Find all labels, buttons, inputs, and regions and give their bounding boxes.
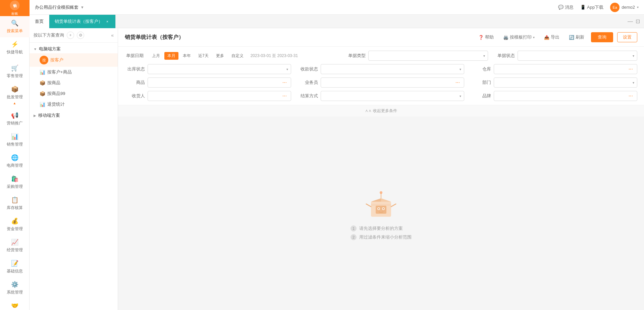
maximize-btn[interactable]: ⊡ [636, 18, 640, 24]
export-btn[interactable]: 📤 导出 [541, 33, 562, 42]
refresh-btn[interactable]: 🔄 刷新 [566, 33, 587, 42]
sidebar-item-purchase[interactable]: 🛍️ 采购管理 [0, 172, 30, 193]
help-label: 帮助 [485, 34, 494, 40]
message-btn[interactable]: 💬 消息 [558, 4, 574, 10]
settings-scheme-btn[interactable]: ⚙ [77, 32, 84, 39]
brand-select[interactable]: ··· [494, 91, 637, 101]
warehouse-dots[interactable]: ··· [627, 66, 634, 72]
scheme-by-customer[interactable]: 按 按客户 [30, 53, 118, 67]
tab-close-btn[interactable]: × [105, 19, 110, 24]
warehouse-select[interactable]: ··· [494, 64, 637, 74]
receiver-dots[interactable]: ··· [281, 93, 288, 99]
tab-active[interactable]: 销货单统计表（按客户） × [49, 15, 116, 28]
date-btn-last-month[interactable]: 上月 [149, 52, 163, 60]
svg-point-9 [378, 208, 379, 209]
template-print-btn[interactable]: 🖨️ 按模板打印 ▾ [500, 33, 537, 42]
app-title: 办公用品行业模拟账套 [35, 4, 78, 10]
scheme-return-stats[interactable]: 📊 退货统计 [30, 99, 118, 110]
salesperson-dots[interactable]: ··· [454, 80, 461, 86]
tab-home[interactable]: 首页 [30, 15, 49, 28]
home-tab-label: 首页 [35, 18, 44, 24]
help-btn[interactable]: ❓ 帮助 [476, 33, 496, 42]
payment-status-select[interactable]: ▾ [321, 64, 464, 74]
sidebar-item-enterprise[interactable]: 🤝 企业协同 [0, 299, 30, 310]
desktop-group[interactable]: ▼ 电脑端方案 [30, 45, 118, 53]
date-range-display: 2023-03-01 至 2023-03-31 [251, 53, 298, 59]
product99-icon: 📦 [40, 91, 45, 96]
payment-method-label: 结算方式 [298, 93, 318, 99]
order-type-select[interactable]: ▾ [368, 51, 488, 61]
svg-marker-4 [381, 198, 391, 202]
sidebar-item-search-label: 搜索菜单 [7, 28, 23, 34]
system-icon: ⚙️ [11, 281, 18, 288]
order-status-arrow: ▾ [633, 54, 634, 58]
collapse-bar[interactable]: ∧∧ 收起更多条件 [118, 105, 644, 116]
sidebar-item-sales[interactable]: 📊 销售管理 [0, 130, 30, 151]
sidebar-item-finance[interactable]: 💰 资金管理 [0, 214, 30, 235]
content-area: 按以下方案查询 + ⚙ « ▼ 电脑端方案 按 按客户 [30, 28, 644, 310]
sidebar-item-search[interactable]: 🔍 搜索菜单 [0, 16, 30, 37]
query-button[interactable]: 查询 [591, 32, 613, 42]
department-select[interactable]: ▾ [494, 78, 637, 88]
date-btn-this-year[interactable]: 本年 [180, 52, 194, 60]
refresh-icon: 🔄 [569, 35, 574, 40]
sidebar-item-ecommerce[interactable]: 🌐 电商管理 [0, 151, 30, 172]
avatar: Ea [610, 3, 620, 12]
export-icon: 📤 [544, 35, 549, 40]
collapse-panel-btn[interactable]: « [111, 33, 114, 38]
page-header: 销货单统计表（按客户） ❓ 帮助 🖨️ 按模板打印 ▾ 📤 导出 [118, 28, 644, 47]
sidebar-item-operations[interactable]: 📈 经营管理 [0, 235, 30, 256]
title-dropdown-icon[interactable]: ▾ [81, 5, 84, 10]
payment-status-label: 收款状态 [298, 66, 318, 72]
date-btn-last-7[interactable]: 近7天 [195, 52, 212, 60]
date-quick-buttons: 上月 本月 本年 近7天 更多 自定义 [149, 52, 247, 60]
sidebar-item-quick-nav[interactable]: ⚡ 快捷导航 [0, 37, 30, 58]
order-status-select[interactable]: ▾ [518, 51, 637, 61]
collapse-up-icon: ∧∧ [365, 108, 373, 113]
user-area[interactable]: Ea demo2 ▾ [610, 3, 639, 12]
scheme-by-product[interactable]: 📦 按商品 [30, 78, 118, 88]
minimize-btn[interactable]: — [628, 18, 633, 24]
receiver-select[interactable]: ··· [148, 91, 291, 101]
tip-num-1: 1 [351, 225, 357, 231]
mobile-group[interactable]: ▶ 移动端方案 [30, 111, 118, 120]
sidebar-item-wholesale[interactable]: 📦 批发管理 ▲ [0, 82, 30, 108]
svg-point-10 [383, 208, 384, 209]
group-arrow-down: ▼ [34, 47, 37, 51]
out-status-select[interactable]: ▾ [148, 64, 291, 74]
sidebar-item-basic-label: 基础信息 [7, 268, 23, 274]
sidebar-item-retail[interactable]: 🛒 零售管理 [0, 61, 30, 82]
product-select[interactable]: ··· [148, 78, 291, 88]
svg-line-13 [366, 204, 371, 207]
date-label: 单据日期 [125, 53, 144, 59]
filter-product: 商品 ··· [125, 78, 291, 88]
settings-button[interactable]: 设置 [617, 32, 637, 42]
print-icon: 🖨️ [503, 35, 508, 40]
date-btn-more[interactable]: 更多 [213, 52, 227, 60]
operations-icon: 📈 [11, 239, 18, 246]
salesperson-select[interactable]: ··· [321, 78, 464, 88]
sidebar-item-system[interactable]: ⚙️ 系统管理 [0, 277, 30, 299]
finance-icon: 💰 [11, 217, 18, 225]
brand-dots[interactable]: ··· [627, 93, 634, 99]
product-dots[interactable]: ··· [281, 80, 288, 86]
payment-method-select[interactable]: ▾ [321, 91, 464, 101]
date-btn-this-month[interactable]: 本月 [164, 52, 178, 60]
sidebar-item-basic[interactable]: 📝 基础信息 [0, 256, 30, 277]
empty-tip-2-text: 用过滤条件来缩小分析范围 [359, 234, 412, 240]
sidebar-item-inventory[interactable]: 📋 库存核算 [0, 193, 30, 214]
app-download-btn[interactable]: 📱 App下载 [580, 4, 603, 10]
date-btn-custom[interactable]: 自定义 [228, 52, 247, 60]
scheme-by-customer-product[interactable]: 📊 按客户+商品 [30, 67, 118, 78]
add-scheme-btn[interactable]: + [67, 32, 74, 39]
sidebar: 畅 标账 🔍 搜索菜单 ⚡ 快捷导航 🛒 零售管理 📦 批发管理 ▲ 📢 营销推… [0, 0, 30, 310]
scheme-by-product-99[interactable]: 📦 按商品99 [30, 88, 118, 99]
right-content: 销货单统计表（按客户） ❓ 帮助 🖨️ 按模板打印 ▾ 📤 导出 [118, 28, 644, 310]
department-label: 部门 [471, 80, 491, 86]
filter-row-1: 单据日期 上月 本月 本年 近7天 更多 自定义 2023-03-01 至 20… [125, 51, 637, 61]
sales-icon: 📊 [11, 133, 18, 140]
sidebar-item-marketing[interactable]: 📢 营销推广 [0, 108, 30, 130]
sidebar-item-inventory-label: 库存核算 [7, 205, 23, 211]
app-title-area[interactable]: 办公用品行业模拟账套 ▾ [35, 4, 84, 10]
sidebar-item-purchase-label: 采购管理 [7, 184, 23, 190]
